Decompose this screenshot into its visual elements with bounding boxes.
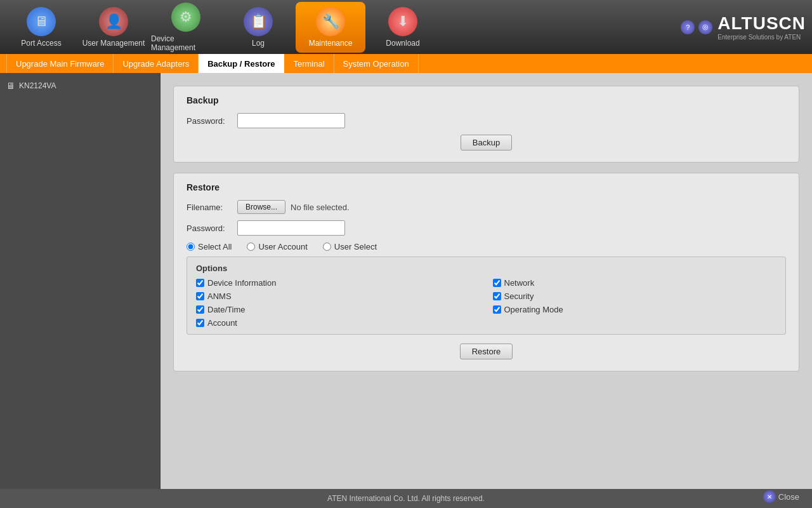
checkbox-security-label: Security: [504, 291, 534, 301]
sidebar-item-kn2124va[interactable]: 🖥 KN2124VA: [0, 78, 160, 93]
checkbox-operating-mode-label: Operating Mode: [504, 305, 563, 314]
subnav-backup-restore[interactable]: Backup / Restore: [199, 54, 284, 73]
checkbox-device-information-input[interactable]: [196, 279, 204, 287]
backup-section: Backup Password: Backup: [173, 86, 799, 163]
checkbox-network-input[interactable]: [493, 279, 501, 287]
nav-port-access-label: Port Access: [21, 39, 61, 48]
options-title: Options: [196, 264, 776, 273]
nav-user-management[interactable]: 👤 User Management: [79, 2, 148, 53]
log-icon: 📋: [244, 7, 273, 36]
sidebar: 🖥 KN2124VA: [0, 73, 160, 489]
restore-button[interactable]: Restore: [460, 344, 513, 359]
filename-row: Filename: Browse... No file selected.: [187, 200, 786, 214]
radio-user-select-label: User Select: [334, 242, 377, 251]
restore-button-row: Restore: [187, 344, 786, 359]
content-area: Backup Password: Backup Restore Filename…: [160, 73, 812, 489]
nav-device-management-label: Device Management: [151, 34, 221, 52]
checkbox-device-information-label: Device Information: [207, 278, 276, 288]
nav-log-label: Log: [252, 39, 265, 48]
close-button[interactable]: ✕ Close: [763, 490, 799, 503]
close-icon: ✕: [763, 490, 776, 503]
radio-user-account[interactable]: User Account: [247, 242, 307, 251]
main: 🖥 KN2124VA Backup Password: Backup Resto…: [0, 73, 812, 489]
restore-section-title: Restore: [187, 182, 786, 192]
subnav-upgrade-adapters[interactable]: Upgrade Adapters: [114, 54, 199, 73]
backup-section-title: Backup: [187, 95, 786, 105]
backup-button-row: Backup: [187, 135, 786, 150]
footer-copyright: ATEN International Co. Ltd. All rights r…: [327, 494, 485, 503]
filename-label: Filename:: [187, 203, 237, 212]
checkbox-security-input[interactable]: [493, 292, 501, 300]
radio-select-all-input[interactable]: [187, 243, 195, 251]
nav-download[interactable]: ⬇ Download: [368, 2, 438, 53]
checkbox-security[interactable]: Security: [493, 291, 777, 301]
checkbox-device-information[interactable]: Device Information: [196, 278, 480, 288]
options-box: Options Device Information Network ANMS: [187, 257, 786, 335]
radio-select-all[interactable]: Select All: [187, 242, 232, 251]
checkbox-account-input[interactable]: [196, 319, 204, 327]
top-bar: 🖥 Port Access 👤 User Management ⚙ Device…: [0, 0, 812, 54]
backup-password-row: Password:: [187, 113, 786, 128]
subnav-upgrade-main-firmware[interactable]: Upgrade Main Firmware: [6, 54, 114, 73]
checkbox-account-label: Account: [207, 318, 237, 328]
close-label: Close: [778, 492, 799, 502]
options-grid: Device Information Network ANMS Security: [196, 278, 776, 328]
device-management-icon: ⚙: [171, 3, 200, 32]
checkbox-operating-mode[interactable]: Operating Mode: [493, 305, 777, 314]
nav-user-management-label: User Management: [82, 39, 145, 48]
logo: ALTUSCN Enterprise Solutions by ATEN: [717, 13, 806, 41]
restore-password-input[interactable]: [237, 220, 345, 236]
backup-password-label: Password:: [187, 116, 237, 126]
subnav-system-operation[interactable]: System Operation: [334, 54, 419, 73]
backup-password-input[interactable]: [237, 113, 345, 128]
no-file-text: No file selected.: [291, 203, 350, 212]
radio-user-select[interactable]: User Select: [323, 242, 377, 251]
checkbox-anms-label: ANMS: [207, 291, 232, 301]
logo-icons: ? ◎: [681, 20, 712, 34]
subnav-terminal[interactable]: Terminal: [284, 54, 334, 73]
nav-log[interactable]: 📋 Log: [223, 2, 293, 53]
radio-row: Select All User Account User Select: [187, 242, 786, 251]
checkbox-anms-input[interactable]: [196, 292, 204, 300]
nav-maintenance-label: Maintenance: [309, 39, 353, 48]
radio-select-all-label: Select All: [198, 242, 232, 251]
footer: ATEN International Co. Ltd. All rights r…: [0, 489, 812, 508]
nav-items: 🖥 Port Access 👤 User Management ⚙ Device…: [6, 2, 438, 53]
nav-download-label: Download: [386, 39, 419, 48]
logo-area: ? ◎ ALTUSCN Enterprise Solutions by ATEN: [681, 13, 806, 41]
radio-user-account-label: User Account: [258, 242, 307, 251]
checkbox-account[interactable]: Account: [196, 318, 480, 328]
radio-user-account-input[interactable]: [247, 243, 255, 251]
restore-password-row: Password:: [187, 220, 786, 236]
nav-device-management[interactable]: ⚙ Device Management: [151, 2, 221, 53]
radio-user-select-input[interactable]: [323, 243, 331, 251]
checkbox-date-time[interactable]: Date/Time: [196, 305, 480, 314]
user-management-icon: 👤: [99, 7, 128, 36]
port-access-icon: 🖥: [27, 7, 56, 36]
checkbox-operating-mode-input[interactable]: [493, 305, 501, 314]
download-icon: ⬇: [388, 7, 417, 36]
help-icon[interactable]: ?: [681, 20, 695, 34]
checkbox-network[interactable]: Network: [493, 278, 777, 288]
nav-port-access[interactable]: 🖥 Port Access: [6, 2, 76, 53]
maintenance-icon: 🔧: [316, 7, 345, 36]
device-tree-icon: 🖥: [6, 81, 15, 91]
checkbox-anms[interactable]: ANMS: [196, 291, 480, 301]
checkbox-network-label: Network: [504, 278, 535, 288]
logo-sub: Enterprise Solutions by ATEN: [717, 34, 806, 41]
settings-icon[interactable]: ◎: [698, 20, 712, 34]
restore-password-label: Password:: [187, 224, 237, 233]
logo-text: ALTUSCN: [717, 13, 806, 33]
browse-button[interactable]: Browse...: [237, 200, 285, 214]
nav-maintenance[interactable]: 🔧 Maintenance: [296, 2, 365, 53]
checkbox-date-time-label: Date/Time: [207, 305, 245, 314]
restore-section: Restore Filename: Browse... No file sele…: [173, 173, 799, 371]
backup-button[interactable]: Backup: [461, 135, 512, 150]
sidebar-item-label: KN2124VA: [19, 81, 56, 90]
sub-nav: Upgrade Main Firmware Upgrade Adapters B…: [0, 54, 812, 73]
checkbox-date-time-input[interactable]: [196, 305, 204, 314]
